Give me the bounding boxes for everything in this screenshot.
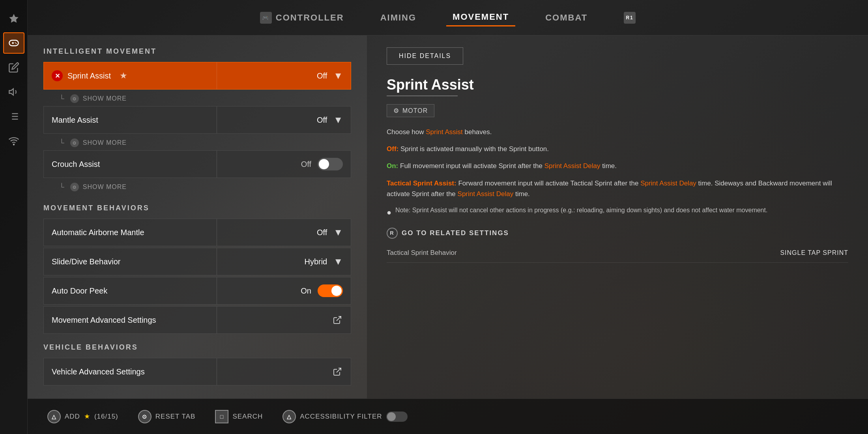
movement-advanced-value [217, 307, 351, 333]
crouch-assist-label: Crouch Assist [44, 160, 217, 169]
indent-arrow-mantle-icon: └ [59, 139, 65, 147]
show-more-crouch[interactable]: └ ⊙ SHOW MORE [43, 180, 351, 195]
show-more-sprint-icon: ⊙ [70, 94, 79, 103]
chevron-down-slide-icon: ▼ [333, 256, 343, 267]
settings-right: HIDE DETAILS Sprint Assist ⚙ MOTOR Choos… [367, 36, 868, 398]
show-more-sprint[interactable]: └ ⊙ SHOW MORE [43, 91, 351, 106]
auto-door-peek-row[interactable]: Auto Door Peek On [43, 277, 351, 305]
sprint-assist-row[interactable]: ✕ Sprint Assist ★ Off ▼ [43, 62, 351, 90]
svg-marker-0 [9, 14, 18, 22]
accessibility-toggle[interactable] [386, 412, 408, 422]
svg-point-5 [15, 43, 16, 44]
sidebar-item-list[interactable] [3, 106, 24, 127]
detail-off-description: Off: Sprint is activated manually with t… [387, 144, 848, 154]
accessibility-filter-action[interactable]: △ ACCESSIBILITY FILTER [282, 410, 407, 423]
auto-door-peek-value: On [217, 277, 351, 304]
accessibility-toggle-knob [387, 412, 396, 421]
mantle-assist-label: Mantle Assist [44, 116, 217, 125]
reset-tab-action[interactable]: ⊙ RESET TAB [138, 410, 196, 423]
external-link-vehicle-icon [332, 366, 343, 377]
nav-tab-movement[interactable]: MOVEMENT [446, 9, 515, 26]
svg-line-14 [337, 316, 341, 321]
movement-behaviors-title: MOVEMENT BEHAVIORS [43, 204, 351, 212]
slide-dive-row[interactable]: Slide/Dive Behavior Hybrid ▼ [43, 248, 351, 275]
svg-point-4 [15, 42, 15, 43]
motor-tag: ⚙ MOTOR [387, 104, 434, 117]
movement-advanced-label: Movement Advanced Settings [44, 316, 217, 325]
search-action[interactable]: □ SEARCH [215, 410, 263, 423]
auto-airborne-mantle-row[interactable]: Automatic Airborne Mantle Off ▼ [43, 219, 351, 246]
slide-dive-label: Slide/Dive Behavior [44, 257, 217, 266]
a-button-icon: △ [282, 410, 296, 423]
crouch-assist-row[interactable]: Crouch Assist Off [43, 150, 351, 178]
star-favorite-icon: ★ [120, 71, 127, 81]
sidebar-item-star[interactable] [3, 8, 24, 29]
auto-door-peek-label: Auto Door Peek [44, 286, 217, 296]
sidebar-item-network[interactable] [3, 130, 24, 152]
svg-marker-6 [9, 89, 13, 95]
auto-airborne-mantle-label: Automatic Airborne Mantle [44, 228, 217, 237]
detail-description: Choose how Sprint Assist behaves. [387, 127, 848, 137]
sprint-assist-highlight: Sprint Assist [426, 128, 463, 136]
auto-airborne-mantle-value: Off ▼ [217, 219, 351, 246]
r-button-icon: R [387, 228, 398, 239]
triangle-button: △ [47, 410, 61, 423]
svg-point-13 [13, 144, 14, 145]
vehicle-advanced-value [217, 358, 351, 385]
detail-on-description: On: Full movement input will activate Sp… [387, 161, 848, 171]
slide-dive-value: Hybrid ▼ [217, 248, 351, 275]
mantle-assist-row[interactable]: Mantle Assist Off ▼ [43, 106, 351, 134]
chevron-down-airborne-icon: ▼ [333, 227, 343, 238]
movement-advanced-row[interactable]: Movement Advanced Settings [43, 306, 351, 334]
gear-icon: ⚙ [393, 107, 399, 114]
related-row-value: SINGLE TAP SPRINT [780, 249, 848, 256]
sidebar-item-audio[interactable] [3, 81, 24, 103]
related-row-tactical[interactable]: Tactical Sprint Behavior SINGLE TAP SPRI… [387, 243, 848, 263]
related-row-label: Tactical Sprint Behavior [387, 249, 457, 257]
chevron-down-icon: ▼ [333, 70, 343, 81]
intelligent-movement-title: INTELLIGENT MOVEMENT [43, 47, 351, 56]
square-button: □ [215, 410, 228, 423]
vehicle-advanced-label: Vehicle Advanced Settings [44, 367, 217, 376]
circle-button: ⊙ [138, 410, 152, 423]
related-settings: R GO TO RELATED SETTINGS Tactical Sprint… [387, 228, 848, 263]
toggle-knob-on [331, 286, 342, 296]
sidebar-item-edit[interactable] [3, 57, 24, 78]
sidebar-item-gamepad[interactable] [3, 32, 24, 54]
x-button-icon: ✕ [52, 70, 63, 81]
detail-underline [387, 95, 458, 96]
settings-left: INTELLIGENT MOVEMENT ✕ Sprint Assist ★ O… [28, 36, 367, 398]
settings-panel: INTELLIGENT MOVEMENT ✕ Sprint Assist ★ O… [28, 36, 868, 398]
indent-arrow-icon: └ [59, 95, 65, 103]
nav-tab-controller[interactable]: 🎮 CONTROLLER [254, 9, 350, 27]
auto-door-peek-toggle[interactable] [318, 284, 343, 297]
show-more-mantle[interactable]: └ ⊙ SHOW MORE [43, 135, 351, 150]
star-count-text: (16/15) [94, 413, 118, 421]
vehicle-advanced-row[interactable]: Vehicle Advanced Settings [43, 358, 351, 385]
crouch-assist-value: Off [217, 151, 351, 178]
show-more-mantle-icon: ⊙ [70, 138, 79, 147]
mantle-assist-value: Off ▼ [217, 107, 351, 133]
indent-arrow-crouch-icon: └ [59, 183, 65, 191]
external-link-movement-icon [332, 314, 343, 326]
r1-icon: R1 [624, 12, 636, 24]
related-header: R GO TO RELATED SETTINGS [387, 228, 848, 239]
vehicle-behaviors-title: VEHICLE BEHAVIORS [43, 343, 351, 352]
bullet-icon: ● [387, 206, 391, 218]
detail-tactical-description: Tactical Sprint Assist: Forward movement… [387, 178, 848, 199]
toggle-knob [319, 159, 329, 169]
nav-tab-r1[interactable]: R1 [617, 9, 642, 27]
sprint-assist-label: ✕ Sprint Assist ★ [44, 70, 217, 81]
bottom-bar: △ ADD ★ (16/15) ⊙ RESET TAB □ SEARCH △ A… [28, 398, 868, 434]
crouch-assist-toggle[interactable] [318, 158, 343, 170]
chevron-down-mantle-icon: ▼ [333, 114, 343, 125]
top-nav: 🎮 CONTROLLER AIMING MOVEMENT COMBAT R1 [28, 0, 868, 36]
svg-line-15 [337, 368, 341, 372]
controller-icon: 🎮 [260, 12, 272, 24]
add-action[interactable]: △ ADD ★ (16/15) [47, 410, 118, 423]
nav-tab-combat[interactable]: COMBAT [539, 9, 594, 26]
nav-tab-aiming[interactable]: AIMING [374, 9, 423, 26]
show-more-crouch-icon: ⊙ [70, 183, 79, 191]
star-count: ★ [84, 412, 90, 421]
hide-details-button[interactable]: HIDE DETAILS [387, 47, 463, 65]
